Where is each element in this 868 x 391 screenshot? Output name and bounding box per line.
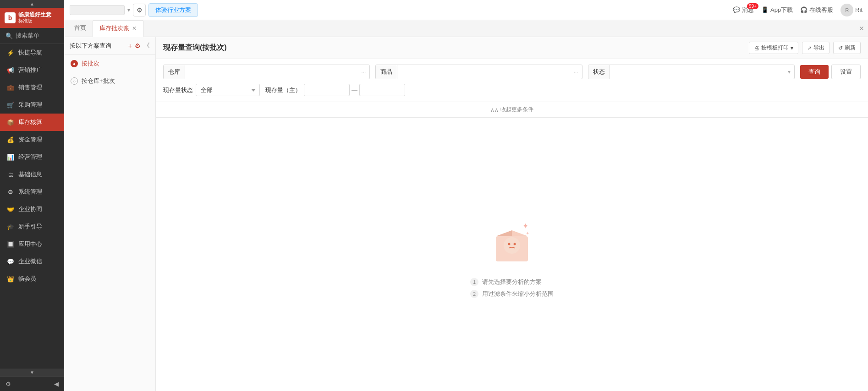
filter-item-dot-inactive: ○ <box>71 77 78 85</box>
filter-item-dot-active: ● <box>71 60 78 67</box>
tip-text-1: 请先选择要分析的方案 <box>482 278 542 286</box>
sidebar-collapse-btn[interactable]: ◀ <box>54 380 59 387</box>
refresh-btn[interactable]: ↺ 刷新 <box>833 42 861 54</box>
inventory-status-field: 现存量状态 全部 正常 预警 <box>163 84 260 96</box>
filter-add-btn[interactable]: + <box>128 42 132 49</box>
collapse-label: 收起更多条件 <box>500 106 533 114</box>
sidebar-item-wechat[interactable]: 💬 企业微信 <box>0 253 64 270</box>
sidebar-nav: ⚡ 快捷导航 📢 营销推广 💼 销售管理 🛒 采购管理 📦 库存核算 💰 资金管… <box>0 44 64 369</box>
apps-icon: 🔲 <box>6 240 15 248</box>
export-btn[interactable]: ↗ 导出 <box>802 42 830 54</box>
print-label: 按模板打印 <box>761 44 789 52</box>
sidebar-item-enterprise[interactable]: 🤝 企业协同 <box>0 201 64 218</box>
product-field: 商品 ··· <box>375 65 582 79</box>
filter-settings-btn[interactable]: ⚙ <box>135 42 141 49</box>
empty-illustration: ✦ ✦ <box>482 211 542 271</box>
member-icon: 👑 <box>6 275 15 283</box>
notifications-btn[interactable]: 💬 消息 99+ <box>733 6 754 14</box>
sidebar-item-sales[interactable]: 💼 销售管理 <box>0 79 64 96</box>
export-icon: ↗ <box>807 45 812 51</box>
print-template-btn[interactable]: 🖨 按模板打印 ▾ <box>749 42 798 54</box>
status-input[interactable] <box>610 66 784 78</box>
filter-item-by-batch[interactable]: ● 按批次 <box>64 55 155 72</box>
nav-label: 系统管理 <box>18 188 42 196</box>
empty-tip-1: 1 请先选择要分析的方案 <box>470 278 554 286</box>
nav-label: 应用中心 <box>18 240 42 248</box>
sidebar-scroll-up[interactable]: ▲ <box>0 0 64 8</box>
sidebar-item-member[interactable]: 👑 畅会员 <box>0 270 64 288</box>
sidebar-search-label: 搜索菜单 <box>16 32 39 40</box>
filter-collapse-btn[interactable]: 《 <box>143 42 150 50</box>
basic-icon: 🗂 <box>6 170 15 179</box>
product-action-icon[interactable]: ··· <box>570 66 582 78</box>
nav-label: 经营管理 <box>18 153 42 161</box>
sidebar-item-newbie[interactable]: 🎓 新手引导 <box>0 218 64 235</box>
nav-label: 基础信息 <box>18 170 42 179</box>
user-profile-btn[interactable]: R Rit <box>841 4 863 16</box>
status-field: 状态 ▾ <box>588 65 795 79</box>
app-title-group: 畅康通好生意 标准版 <box>18 11 51 24</box>
try-industry-btn[interactable]: 体验行业方案 <box>148 3 198 17</box>
shortcut-icon: ⚡ <box>6 49 15 57</box>
sidebar-item-inventory[interactable]: 📦 库存核算 <box>0 114 64 131</box>
nav-label: 快捷导航 <box>18 49 42 57</box>
warehouse-input[interactable] <box>185 66 357 78</box>
sidebar-item-apps[interactable]: 🔲 应用中心 <box>0 235 64 253</box>
sidebar-item-marketing[interactable]: 📢 营销推广 <box>0 61 64 79</box>
product-label: 商品 <box>376 65 397 79</box>
online-service-label: 在线客服 <box>809 6 833 14</box>
topbar-settings-btn[interactable]: ⚙ <box>133 4 146 16</box>
tab-home[interactable]: 首页 <box>68 20 93 37</box>
breadcrumb-chevron-icon[interactable]: ▾ <box>127 7 130 13</box>
sidebar-item-basic[interactable]: 🗂 基础信息 <box>0 166 64 183</box>
tab-close-icon[interactable]: ✕ <box>132 26 137 31</box>
tab-bar-close-icon[interactable]: ✕ <box>859 25 864 32</box>
query-btn-group: 查询 设置 <box>800 65 861 79</box>
marketing-icon: 📢 <box>6 66 15 74</box>
sidebar-scroll-down[interactable]: ▼ <box>0 369 64 376</box>
online-service-btn[interactable]: 🎧 在线客服 <box>800 6 833 14</box>
breadcrumb-input[interactable] <box>70 5 125 15</box>
headset-icon: 🎧 <box>800 6 808 13</box>
tab-batch-inventory[interactable]: 库存批次账 ✕ <box>93 20 143 37</box>
sidebar-item-system[interactable]: ⚙ 系统管理 <box>0 183 64 201</box>
nav-label: 销售管理 <box>18 83 42 92</box>
sidebar-item-operations[interactable]: 📊 经营管理 <box>0 148 64 166</box>
page-header: 现存量查询(按批次) 🖨 按模板打印 ▾ ↗ 导出 ↺ 刷新 <box>156 37 868 59</box>
sidebar-search[interactable]: 🔍 搜索菜单 <box>0 28 64 44</box>
sidebar-footer: ⚙ ◀ <box>0 376 64 391</box>
inventory-status-label: 现存量状态 <box>163 86 193 94</box>
svg-text:✦: ✦ <box>526 231 529 236</box>
inventory-qty-range: — <box>304 84 405 96</box>
status-dropdown-icon[interactable]: ▾ <box>784 66 794 78</box>
inventory-qty-min-input[interactable] <box>304 84 350 96</box>
nav-label: 库存核算 <box>18 118 42 126</box>
tip-text-2: 用过滤条件来缩小分析范围 <box>482 290 554 298</box>
empty-state: ✦ ✦ 1 请先选择要分析的方案 2 用过滤条件来缩小分析范围 <box>156 118 868 391</box>
refresh-icon: ↺ <box>838 45 843 51</box>
sidebar-item-purchase[interactable]: 🛒 采购管理 <box>0 96 64 114</box>
user-avatar: R <box>841 4 853 16</box>
query-form: 仓库 ··· 商品 ··· 状态 ▾ <box>156 59 868 102</box>
warehouse-action-icon[interactable]: ··· <box>357 66 369 78</box>
sidebar-settings-btn[interactable]: ⚙ <box>5 380 11 387</box>
finance-icon: 💰 <box>6 136 15 144</box>
query-settings-btn[interactable]: 设置 <box>831 65 861 79</box>
sales-icon: 💼 <box>6 83 15 92</box>
operations-icon: 📊 <box>6 153 15 161</box>
warehouse-field: 仓库 ··· <box>163 65 370 79</box>
wechat-icon: 💬 <box>6 257 15 266</box>
product-input[interactable] <box>397 66 570 78</box>
app-download-btn[interactable]: 📱 App下载 <box>761 6 793 14</box>
collapse-more-btn[interactable]: ∧∧ 收起更多条件 <box>490 106 533 114</box>
query-btn[interactable]: 查询 <box>800 65 829 79</box>
nav-label: 企业协同 <box>18 205 42 213</box>
inventory-qty-max-input[interactable] <box>359 84 405 96</box>
filter-item-by-warehouse-batch[interactable]: ○ 按仓库+批次 <box>64 72 155 90</box>
sidebar-item-finance[interactable]: 💰 资金管理 <box>0 131 64 148</box>
sidebar-item-shortcut[interactable]: ⚡ 快捷导航 <box>0 44 64 61</box>
inventory-status-select[interactable]: 全部 正常 预警 <box>196 84 260 96</box>
inventory-icon: 📦 <box>6 118 15 126</box>
page-title: 现存量查询(按批次) <box>163 43 227 53</box>
tab-home-label: 首页 <box>74 24 86 32</box>
